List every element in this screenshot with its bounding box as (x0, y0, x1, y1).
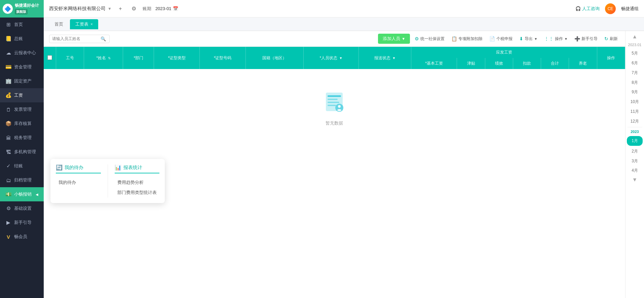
sidebar-item-ledger[interactable]: 📒 总账 (0, 32, 44, 46)
select-all-checkbox[interactable] (47, 55, 52, 60)
month-item-9[interactable]: 9月 (626, 87, 644, 97)
operation-btn[interactable]: ⋮⋮ 操作 ▼ (542, 35, 570, 43)
logo-icon: 🔷 (3, 4, 13, 14)
user-name[interactable]: 畅捷通组 (621, 6, 639, 12)
svg-point-6 (338, 105, 341, 108)
export-icon: ⬇ (519, 36, 523, 41)
main-area: 西安虾米网络科技有限公司 ▼ + ⚙ 账期 2023-01 📅 🎧 人工咨询 C… (44, 0, 644, 298)
month-item-3[interactable]: 3月 (626, 156, 644, 166)
new-guide-btn[interactable]: ➕ 新手引导 (572, 35, 600, 43)
add-person-label: 添加人员 (383, 36, 400, 42)
sidebar-item-tax[interactable]: 🏛 税务管理 (0, 131, 44, 145)
th-id-type: *证型类型 (154, 47, 200, 69)
sidebar-item-salary[interactable]: 💰 工资 (0, 88, 44, 102)
sidebar-item-fund[interactable]: 💳 资金管理 (0, 60, 44, 74)
operation-label: 操作 (555, 36, 563, 42)
salary-icon: 💰 (5, 92, 11, 98)
sidebar-item-archive[interactable]: 🗂 归档管理 (0, 173, 44, 187)
svg-rect-2 (328, 99, 338, 100)
company-name-text: 西安虾米网络科技有限公司 (49, 6, 106, 12)
tab-salary-label: 工资表 (75, 21, 88, 27)
tab-home[interactable]: 首页 (49, 19, 69, 29)
empty-illustration (321, 89, 348, 116)
unified-social-label: 统一社保设置 (420, 36, 445, 42)
settings-button[interactable]: ⚙ (129, 4, 139, 13)
month-divider (628, 127, 642, 127)
month-item-11[interactable]: 11月 (626, 107, 644, 117)
sidebar-item-invoice[interactable]: 🗒 发票管理 (0, 102, 44, 117)
checkbox-header (44, 47, 56, 69)
archive-icon: 🗂 (5, 177, 11, 183)
month-item-6[interactable]: 6月 (626, 58, 644, 68)
popup-item-dept-expense[interactable]: 部门费用类型统计表 (115, 188, 160, 198)
empty-state-cell: 暂无数据 (44, 69, 625, 146)
tab-close-button[interactable]: × (90, 22, 93, 27)
company-dropdown-icon: ▼ (108, 6, 112, 11)
search-input[interactable] (52, 36, 99, 41)
service-label: 人工咨询 (582, 6, 600, 12)
th-base-salary: *基本工资 (411, 58, 457, 69)
refresh-btn[interactable]: ↻ 刷新 (602, 35, 620, 43)
headset-icon: 🎧 (575, 6, 581, 11)
export-btn[interactable]: ⬇ 导出 ▼ (517, 35, 539, 43)
month-item-7[interactable]: 7月 (626, 68, 644, 78)
month-item-4[interactable]: 4月 (626, 166, 644, 175)
toolbar-right: 添加人员 ▼ ⚙ 统一社保设置 📋 专项附加扣除 📄 个税申报 (378, 34, 620, 44)
month-item-2[interactable]: 2月 (626, 146, 644, 156)
th-deduction: 扣款 (513, 58, 541, 69)
sidebar-item-expense[interactable]: 💵 小畅报销 ◀ (0, 187, 44, 201)
sidebar-item-guide[interactable]: ▶ 新手引导 (0, 216, 44, 230)
add-person-button[interactable]: 添加人员 ▼ (378, 34, 410, 44)
popup-menu: 🔄 我的待办 我的待办 📊 报表统计 费用趋势分析 部门费用类型统计表 (50, 159, 165, 203)
tabbar: 首页 工资表 × (44, 18, 644, 31)
th-personnel-status: *人员状态 ▼ (303, 47, 359, 69)
th-salary-group: 应发工资 (411, 47, 597, 58)
content-area: 🔍 添加人员 ▼ ⚙ 统一社保设置 📋 专项附加扣除 (44, 31, 644, 298)
guide-icon: ▶ (5, 220, 11, 226)
collapse-icon: ◀ (36, 193, 38, 196)
th-employee-id: 工号 (56, 47, 84, 69)
company-selector[interactable]: 西安虾米网络科技有限公司 ▼ (49, 6, 112, 12)
sidebar-item-cloud-report[interactable]: ☁ 云报表中心 (0, 46, 44, 60)
operation-icon: ⋮⋮ (544, 36, 554, 41)
sidebar-item-label: 工资 (14, 92, 23, 98)
table-row: 暂无数据 (44, 69, 625, 146)
month-item-10[interactable]: 10月 (626, 97, 644, 107)
sidebar-item-label: 首页 (14, 22, 23, 28)
search-icon[interactable]: 🔍 (101, 36, 106, 41)
svg-rect-1 (328, 95, 341, 97)
tab-salary-table[interactable]: 工资表 × (70, 19, 98, 29)
month-nav-up[interactable]: ▲ (631, 32, 639, 41)
popup-item-expense-trend[interactable]: 费用趋势分析 (115, 177, 160, 188)
add-company-button[interactable]: + (116, 4, 125, 13)
logo-title: 畅捷通好会计 (15, 3, 39, 8)
user-avatar[interactable]: CE (605, 3, 616, 14)
month-item-8[interactable]: 8月 (626, 78, 644, 88)
export-dropdown-icon: ▼ (534, 37, 537, 41)
unified-social-btn[interactable]: ⚙ 统一社保设置 (413, 35, 447, 43)
month-item-12[interactable]: 12月 (626, 117, 644, 126)
sidebar-item-accounts[interactable]: ✓ 结账 (0, 159, 44, 173)
calendar-icon: 📅 (173, 6, 178, 11)
th-id-number: *证型号码 (200, 47, 245, 69)
sidebar-item-label: 库存核算 (14, 121, 32, 127)
customer-service-button[interactable]: 🎧 人工咨询 (575, 6, 600, 12)
sidebar-item-member[interactable]: V 畅会员 (0, 230, 44, 244)
sidebar-item-home[interactable]: ⊞ 首页 (0, 18, 44, 32)
period-value[interactable]: 2023-01 📅 (155, 6, 178, 11)
table-toolbar: 🔍 添加人员 ▼ ⚙ 统一社保设置 📋 专项附加扣除 (44, 31, 625, 47)
month-item-5[interactable]: 5月 (626, 48, 644, 58)
special-deduction-btn[interactable]: 📋 专项附加扣除 (449, 35, 485, 43)
personal-tax-btn[interactable]: 📄 个税申报 (487, 35, 515, 43)
th-total: 合计 (541, 58, 569, 69)
month-nav-down[interactable]: ▼ (631, 175, 639, 184)
sidebar-item-fixed-assets[interactable]: 🏢 固定资产 (0, 74, 44, 88)
month-item-1-active[interactable]: 1月 (627, 136, 643, 146)
sidebar-item-label: 税务管理 (14, 135, 32, 141)
sidebar-item-basic[interactable]: ⚙ 基础设置 (0, 201, 44, 216)
salary-table: 工号 *姓名 ⇅ *部门 *证型类型 *证型号码 国籍（地区） *人员状态 (44, 47, 625, 146)
sidebar-item-inventory[interactable]: 📦 库存核算 (0, 117, 44, 131)
sidebar-item-multi-org[interactable]: 🏗 多机构管理 (0, 145, 44, 159)
th-action: 操作 (597, 47, 625, 69)
popup-item-mytodo[interactable]: 我的待办 (56, 177, 101, 188)
